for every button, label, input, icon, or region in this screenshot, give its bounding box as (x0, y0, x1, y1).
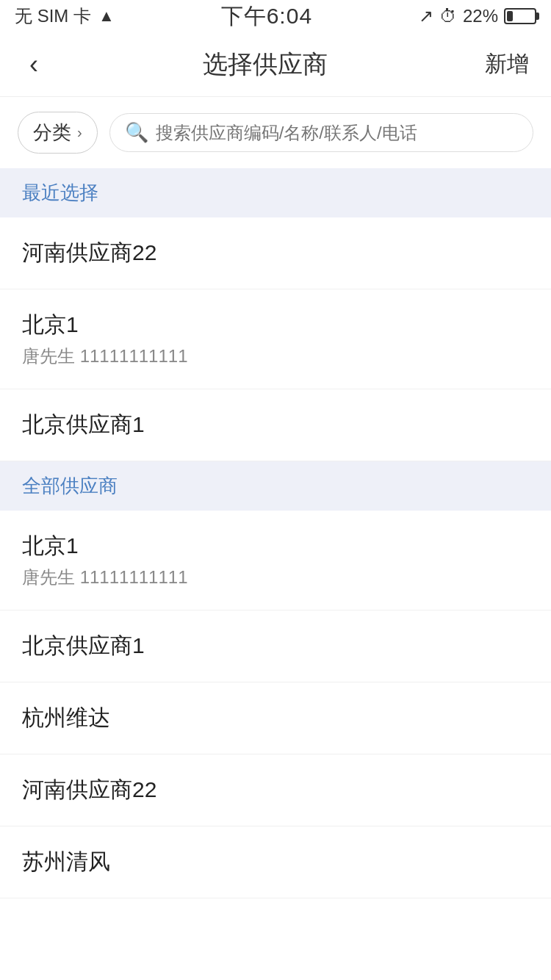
search-wrapper: 🔍 (109, 113, 533, 152)
item-name: 北京供应商1 (22, 631, 529, 661)
list-item[interactable]: 河南供应商22 (0, 754, 551, 826)
item-name: 北京1 (22, 531, 529, 561)
carrier-label: 无 SIM 卡 (15, 4, 91, 28)
all-items-list: 北京1 唐先生 11111111111 北京供应商1 杭州维达 河南供应商22 … (0, 511, 551, 898)
search-icon: 🔍 (125, 121, 148, 144)
page-title: 选择供应商 (203, 48, 328, 82)
category-button[interactable]: 分类 › (18, 112, 98, 154)
category-label: 分类 (33, 120, 71, 145)
status-left: 无 SIM 卡 ▲ (15, 4, 115, 28)
item-name: 河南供应商22 (22, 238, 529, 268)
list-item[interactable]: 北京供应商1 (0, 610, 551, 682)
status-bar: 无 SIM 卡 ▲ 下午6:04 ↗ ⏱ 22% (0, 0, 551, 32)
status-right: ↗ ⏱ 22% (419, 6, 536, 26)
nav-bar: ‹ 选择供应商 新增 (0, 32, 551, 97)
back-button[interactable]: ‹ (22, 44, 46, 85)
item-name: 北京1 (22, 310, 529, 340)
search-filter-bar: 分类 › 🔍 (0, 97, 551, 168)
item-name: 杭州维达 (22, 703, 529, 733)
recent-items-list: 河南供应商22 北京1 唐先生 11111111111 北京供应商1 (0, 217, 551, 461)
list-item[interactable]: 河南供应商22 (0, 217, 551, 289)
recent-section-header: 最近选择 (0, 168, 551, 217)
item-name: 苏州清风 (22, 847, 529, 877)
location-icon: ↗ (419, 6, 433, 26)
battery-icon (504, 8, 536, 24)
item-name: 河南供应商22 (22, 775, 529, 805)
add-button[interactable]: 新增 (485, 49, 529, 79)
item-name: 北京供应商1 (22, 410, 529, 440)
list-item[interactable]: 杭州维达 (0, 682, 551, 754)
chevron-right-icon: › (77, 124, 82, 141)
item-detail: 唐先生 11111111111 (22, 566, 529, 589)
list-item[interactable]: 北京1 唐先生 11111111111 (0, 511, 551, 610)
list-item[interactable]: 苏州清风 (0, 826, 551, 898)
wifi-icon: ▲ (98, 7, 115, 26)
battery-percent: 22% (463, 6, 498, 26)
alarm-icon: ⏱ (439, 6, 457, 26)
search-input[interactable] (156, 123, 518, 143)
list-item[interactable]: 北京1 唐先生 11111111111 (0, 289, 551, 389)
all-section-label: 全部供应商 (22, 475, 118, 497)
status-time: 下午6:04 (221, 1, 312, 32)
recent-section-label: 最近选择 (22, 181, 98, 203)
all-section-header: 全部供应商 (0, 461, 551, 511)
list-item[interactable]: 北京供应商1 (0, 389, 551, 461)
item-detail: 唐先生 11111111111 (22, 345, 529, 368)
